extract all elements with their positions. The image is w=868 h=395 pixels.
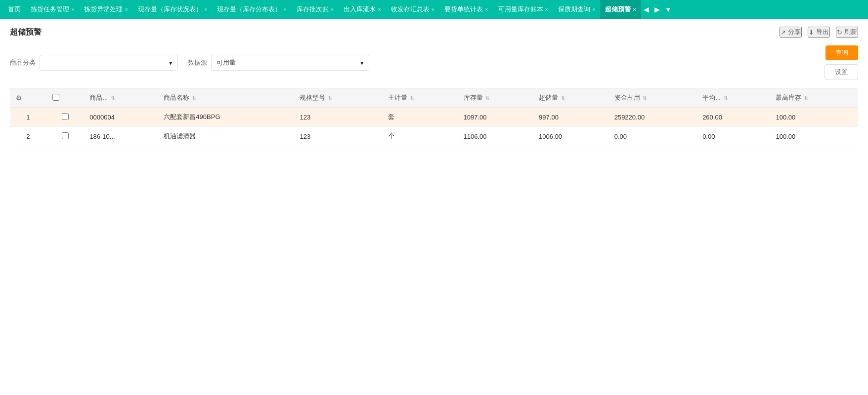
filter-row: 商品分类 ▾ 数据源 可用量 ▾ 查询 设置 (10, 45, 858, 80)
nav-close-order-stats[interactable]: × (485, 6, 488, 12)
share-button[interactable]: ↗ 分享 (780, 27, 802, 38)
page-header: 超储预警 ↗ 分享 ⬇ 导出 ↻ 刷新 (10, 27, 858, 38)
nav-close-batch-account[interactable]: × (331, 6, 334, 12)
table-row: 2 186-10... 机油滤清器 123 个 1106.00 1006.00 … (10, 127, 858, 146)
row-checkbox-cell (46, 127, 84, 146)
nav-close-shelf-life[interactable]: × (592, 6, 595, 12)
nav-home[interactable]: 首页 (3, 0, 26, 19)
settings-button[interactable]: 设置 (825, 64, 858, 80)
nav-prev-arrow[interactable]: ◀ (641, 0, 652, 19)
table-row: 1 0000004 六配套新昌490BPG 123 套 1097.00 997.… (10, 108, 858, 127)
sort-unit-icon: ⇅ (410, 95, 414, 101)
nav-next-arrow[interactable]: ▶ (652, 0, 663, 19)
export-icon: ⬇ (809, 29, 814, 36)
table-header-row: ⚙ 商品... ⇅ 商品名称 ⇅ 规格型号 ⇅ 主计量 (10, 88, 858, 108)
nav-inout-flow[interactable]: 出入库流水 × (339, 0, 386, 19)
row-avg: 0.00 (696, 127, 770, 146)
sort-stock-icon: ⇅ (485, 95, 489, 101)
nav-close-task-management[interactable]: × (71, 6, 74, 12)
col-avg[interactable]: 平均... ⇅ (696, 88, 770, 108)
row-goods-name: 机油滤清器 (158, 127, 294, 146)
col-unit[interactable]: 主计量 ⇅ (382, 88, 458, 108)
datasource-label: 数据源 (188, 58, 207, 67)
row-capital: 0.00 (608, 127, 696, 146)
col-checkbox-header (46, 88, 84, 108)
nav-collection-summary[interactable]: 收发存汇总表 × (386, 0, 439, 19)
row-spec: 123 (294, 108, 382, 127)
sort-goods-code-icon: ⇅ (111, 95, 115, 101)
datasource-select-arrow: ▾ (360, 59, 364, 67)
row-spec: 123 (294, 127, 382, 146)
col-over-stock[interactable]: 超储量 ⇅ (533, 88, 608, 108)
row-goods-code: 0000004 (84, 108, 158, 127)
nav-batch-account[interactable]: 库存批次账 × (292, 0, 339, 19)
nav-inventory-status[interactable]: 现存量（库存状况表） × (133, 0, 212, 19)
row-stock: 1097.00 (458, 108, 533, 127)
query-button[interactable]: 查询 (825, 45, 858, 60)
col-capital[interactable]: 资金占用 ⇅ (608, 88, 696, 108)
col-stock[interactable]: 库存量 ⇅ (458, 88, 533, 108)
nav-abnormal-processing[interactable]: 拣货异常处理 × (79, 0, 132, 19)
nav-close-available-account[interactable]: × (545, 6, 548, 12)
refresh-icon: ↻ (837, 29, 842, 36)
row-unit: 套 (382, 108, 458, 127)
row-seq: 2 (10, 127, 46, 146)
sort-goods-name-icon: ⇅ (192, 95, 196, 101)
datasource-value: 可用量 (217, 58, 236, 67)
sort-max-stock-icon: ⇅ (804, 95, 808, 101)
settings-gear-icon[interactable]: ⚙ (16, 94, 22, 102)
nav-shelf-life[interactable]: 保质期查询 × (553, 0, 600, 19)
nav-close-inventory-distribution[interactable]: × (283, 6, 286, 12)
datasource-select[interactable]: 可用量 ▾ (211, 55, 369, 71)
category-label: 商品分类 (10, 58, 36, 67)
row-max-stock: 100.00 (770, 108, 858, 127)
nav-inventory-distribution[interactable]: 现存量（库存分布表） × (212, 0, 291, 19)
row-over-stock: 997.00 (533, 108, 608, 127)
data-table: ⚙ 商品... ⇅ 商品名称 ⇅ 规格型号 ⇅ 主计量 (10, 88, 858, 146)
col-goods-code[interactable]: 商品... ⇅ (84, 88, 158, 108)
col-spec[interactable]: 规格型号 ⇅ (294, 88, 382, 108)
nav-order-stats[interactable]: 要货单统计表 × (439, 0, 493, 19)
sort-avg-icon: ⇅ (724, 95, 728, 101)
select-all-checkbox[interactable] (52, 94, 59, 101)
export-button[interactable]: ⬇ 导出 (808, 27, 830, 38)
page-title: 超储预警 (10, 27, 42, 38)
share-icon: ↗ (781, 29, 786, 36)
row-over-stock: 1006.00 (533, 127, 608, 146)
row-seq: 1 (10, 108, 46, 127)
category-select-arrow: ▾ (169, 59, 173, 67)
nav-available-account[interactable]: 可用量库存账本 × (493, 0, 553, 19)
row-unit: 个 (382, 127, 458, 146)
row-stock: 1106.00 (458, 127, 533, 146)
sort-capital-icon: ⇅ (643, 95, 647, 101)
header-actions: ↗ 分享 ⬇ 导出 ↻ 刷新 (780, 27, 858, 38)
row-capital: 259220.00 (608, 108, 696, 127)
page-content: 超储预警 ↗ 分享 ⬇ 导出 ↻ 刷新 商品分类 ▾ 数据源 (0, 19, 868, 395)
row-goods-name: 六配套新昌490BPG (158, 108, 294, 127)
refresh-button[interactable]: ↻ 刷新 (836, 27, 858, 38)
top-nav: 首页 拣货任务管理 × 拣货异常处理 × 现存量（库存状况表） × 现存量（库存… (0, 0, 868, 19)
nav-close-inventory-status[interactable]: × (204, 6, 207, 12)
nav-more-arrow[interactable]: ▼ (663, 0, 674, 19)
nav-close-over-stock[interactable]: × (633, 6, 636, 12)
col-settings: ⚙ (10, 88, 46, 108)
row-checkbox-cell (46, 108, 84, 127)
row-checkbox[interactable] (62, 132, 69, 139)
row-checkbox[interactable] (62, 113, 69, 120)
category-filter: 商品分类 ▾ (10, 55, 178, 71)
nav-over-stock-warning[interactable]: 超储预警 × (600, 0, 641, 19)
category-select[interactable]: ▾ (40, 55, 178, 71)
datasource-filter: 数据源 可用量 ▾ (188, 55, 369, 71)
row-goods-code: 186-10... (84, 127, 158, 146)
filter-action-area: 查询 设置 (825, 45, 858, 80)
nav-close-inout-flow[interactable]: × (378, 6, 381, 12)
col-goods-name[interactable]: 商品名称 ⇅ (158, 88, 294, 108)
nav-close-collection-summary[interactable]: × (432, 6, 434, 12)
sort-over-stock-icon: ⇅ (561, 95, 565, 101)
row-max-stock: 100.00 (770, 127, 858, 146)
nav-task-management[interactable]: 拣货任务管理 × (26, 0, 79, 19)
sort-spec-icon: ⇅ (328, 95, 332, 101)
row-avg: 260.00 (696, 108, 770, 127)
col-max-stock[interactable]: 最高库存 ⇅ (770, 88, 858, 108)
nav-close-abnormal[interactable]: × (125, 6, 128, 12)
